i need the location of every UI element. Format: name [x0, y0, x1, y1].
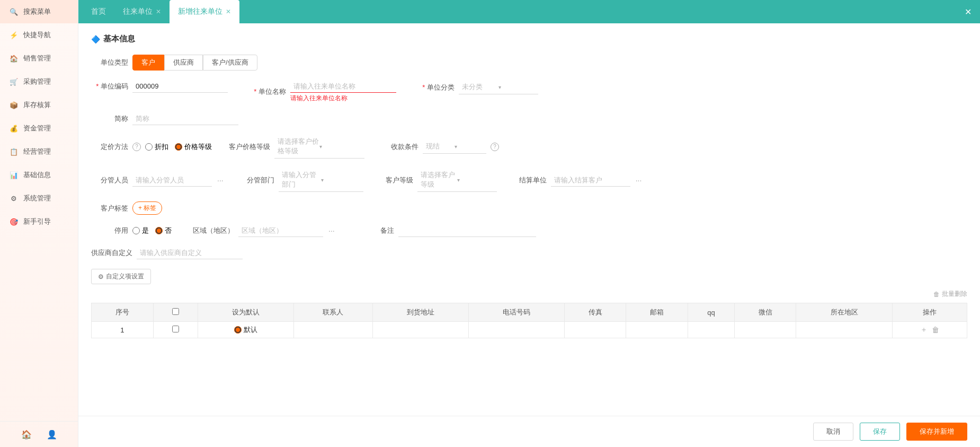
tab-new-partner-close[interactable]: ✕ [226, 8, 231, 15]
disabled-label: 停用 [91, 226, 128, 235]
tab-home[interactable]: 首页 [83, 0, 114, 23]
custom-settings-button[interactable]: ⚙ 自定义项设置 [91, 269, 151, 284]
sidebar-user-icon[interactable]: 👤 [43, 426, 60, 443]
sidebar-home-icon[interactable]: 🏠 [18, 426, 35, 443]
table-header: 序号 设为默认 联系人 到货地址 电话号码 传真 邮箱 qq 微信 所在地区 操… [92, 303, 967, 322]
form-group-shortname: 简称 [91, 112, 238, 125]
unit-category-select[interactable]: 未分类 ▾ [459, 80, 538, 94]
disabled-no-label: 否 [165, 226, 172, 235]
payment-value: 现结 [426, 142, 455, 151]
pricing-label: 定价方法 [91, 142, 128, 152]
row-default-radio-label[interactable]: 默认 [203, 325, 288, 335]
remark-input[interactable] [398, 224, 536, 237]
region-label: 区域（地区） [193, 226, 234, 235]
form-group-tags: 客户标签 + 标签 [91, 201, 162, 215]
row-phone [468, 322, 564, 338]
settlement-more-icon[interactable]: ··· [635, 176, 643, 185]
row-qq [688, 322, 734, 338]
sidebar-item-inventory[interactable]: 📦 库存核算 [0, 93, 78, 117]
form-group-department: 分管部门 请输入分管部门 ▾ [237, 168, 363, 192]
save-button[interactable]: 保存 [860, 423, 900, 441]
sidebar-item-basic-info[interactable]: 📊 基础信息 [0, 163, 78, 187]
guide-icon: 🎯 [8, 216, 19, 227]
save-new-button[interactable]: 保存并新增 [906, 423, 967, 441]
disabled-radio-group: 是 否 [132, 226, 172, 235]
disabled-yes[interactable]: 是 [132, 226, 149, 235]
tabbar: 首页 往来单位 ✕ 新增往来单位 ✕ ✕ [78, 0, 980, 23]
form-group-pricing: 定价方法 ? 折扣 价格等级 [91, 142, 212, 152]
operations-icon: 📋 [8, 146, 19, 157]
sidebar-item-guide[interactable]: 🎯 新手引导 [0, 210, 78, 233]
customer-level-select[interactable]: 请选择客户等级 ▾ [417, 168, 497, 192]
supervisor-label: 分管人员 [91, 176, 128, 185]
region-input[interactable] [238, 224, 323, 237]
row-ops: ＋ 🗑 [892, 322, 967, 338]
department-select[interactable]: 请输入分管部门 ▾ [279, 168, 363, 192]
sidebar: 🔍 搜索菜单 ⚡ 快捷导航 🏠 销售管理 🛒 采购管理 📦 库存核算 💰 资金管… [0, 0, 78, 447]
sidebar-item-label: 新手引导 [23, 217, 51, 226]
supervisor-input[interactable] [132, 174, 212, 187]
pricing-level-label: 价格等级 [184, 142, 212, 152]
gear-icon: ⚙ [98, 273, 104, 281]
region-more-icon[interactable]: ··· [327, 226, 336, 235]
pricing-radio-discount[interactable]: 折扣 [145, 142, 168, 152]
remark-label: 备注 [357, 226, 394, 235]
form-group-unit-type: 单位类型 客户 供应商 客户/供应商 [91, 55, 967, 71]
customer-level-placeholder: 请选择客户等级 [421, 170, 457, 189]
tab-new-partner[interactable]: 新增往来单位 ✕ [170, 0, 239, 23]
pricing-level-radio[interactable] [175, 143, 182, 151]
row-add-icon[interactable]: ＋ [920, 325, 928, 335]
payment-help-icon[interactable]: ? [491, 143, 499, 151]
sidebar-item-purchase[interactable]: 🛒 采购管理 [0, 70, 78, 93]
pricing-discount-radio[interactable] [145, 143, 153, 151]
row-ops-group: ＋ 🗑 [898, 325, 961, 335]
unit-name-input[interactable] [290, 80, 396, 93]
unit-code-input[interactable] [132, 80, 228, 93]
unit-btn-customer[interactable]: 客户 [132, 55, 164, 71]
settlement-label: 结算单位 [510, 176, 547, 185]
col-location: 所在地区 [796, 303, 892, 322]
tab-partners[interactable]: 往来单位 ✕ [114, 0, 170, 23]
chevron-down-icon: ▾ [321, 177, 360, 183]
cancel-button[interactable]: 取消 [813, 423, 853, 441]
pricing-help-icon[interactable]: ? [132, 143, 141, 151]
sidebar-item-operations[interactable]: 📋 经营管理 [0, 140, 78, 163]
disabled-no[interactable]: 否 [155, 226, 172, 235]
sidebar-item-sales[interactable]: 🏠 销售管理 [0, 47, 78, 70]
row-delete-icon[interactable]: 🗑 [932, 326, 939, 334]
inventory-icon: 📦 [8, 100, 19, 110]
pricing-radio-level[interactable]: 价格等级 [175, 142, 212, 152]
row-default: 默认 [198, 322, 293, 338]
batch-delete-area[interactable]: 🗑 批量删除 [91, 290, 967, 299]
payment-select[interactable]: 现结 ▾ [423, 139, 486, 154]
disabled-yes-radio[interactable] [132, 227, 140, 234]
chevron-down-icon: ▾ [498, 84, 535, 90]
section-basic-info: 🔷 基本信息 [91, 34, 967, 44]
sidebar-item-finance[interactable]: 💰 资金管理 [0, 117, 78, 140]
unit-btn-supplier[interactable]: 供应商 [164, 55, 203, 71]
unit-btn-both[interactable]: 客户/供应商 [203, 55, 257, 71]
short-name-input[interactable] [132, 112, 238, 125]
tabbar-close-all[interactable]: ✕ [960, 5, 976, 19]
sidebar-item-quick-nav[interactable]: ⚡ 快捷导航 [0, 23, 78, 47]
form-group-supplier-custom: 供应商自定义 [91, 247, 243, 259]
sidebar-item-search[interactable]: 🔍 搜索菜单 [0, 0, 78, 23]
row-default-radio[interactable] [234, 326, 242, 334]
supplier-custom-input[interactable] [137, 247, 243, 259]
sidebar-item-label: 资金管理 [23, 124, 51, 133]
tab-partners-close[interactable]: ✕ [156, 8, 161, 15]
row-location [796, 322, 892, 338]
select-all-checkbox[interactable] [172, 308, 179, 315]
row-address [372, 322, 468, 338]
custom-settings-label: 自定义项设置 [106, 272, 144, 281]
supervisor-more-icon[interactable]: ··· [216, 176, 225, 185]
row-check[interactable] [172, 326, 179, 332]
settlement-input[interactable] [551, 174, 630, 187]
sidebar-item-system[interactable]: ⚙ 系统管理 [0, 187, 78, 210]
disabled-no-radio[interactable] [155, 227, 163, 234]
sidebar-item-label: 基础信息 [23, 170, 51, 180]
cust-price-level-select[interactable]: 请选择客户价格等级 ▾ [274, 135, 364, 159]
add-tag-button[interactable]: + 标签 [132, 201, 162, 215]
col-phone: 电话号码 [468, 303, 564, 322]
finance-icon: 💰 [8, 123, 19, 134]
